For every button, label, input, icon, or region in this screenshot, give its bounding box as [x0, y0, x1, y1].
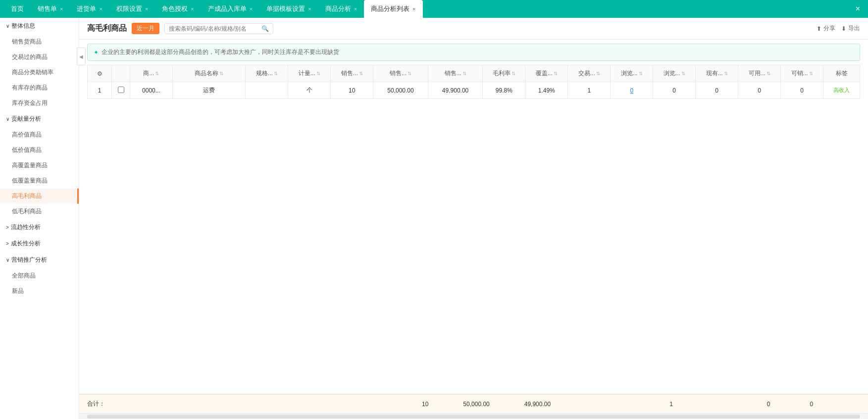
notice-text: 企业的主要的利润都是这部分商品创造的，可考虑加大推广，同时关注库存是不要出现缺货: [102, 48, 339, 56]
tab-1[interactable]: 销售单×: [31, 0, 70, 18]
tab-4[interactable]: 角色授权×: [155, 0, 201, 18]
search-box: 🔍: [164, 23, 273, 34]
sidebar-item-4-1[interactable]: 新品: [0, 283, 79, 299]
col-header-14[interactable]: 现有...⇅: [696, 65, 738, 82]
app-root: 首页销售单×进货单×权限设置×角色授权×产成品入库单×单据模板设置×商品分析×商…: [0, 0, 868, 419]
col-sort-4[interactable]: 规格...⇅: [256, 69, 278, 78]
sidebar-item-1-5[interactable]: 低毛利商品: [0, 204, 79, 219]
sidebar-item-0-4[interactable]: 库存资金占用: [0, 95, 79, 111]
tab-close-1[interactable]: ×: [60, 6, 63, 12]
group-arrow-1: ∨: [6, 116, 9, 122]
tab-close-5[interactable]: ×: [250, 6, 253, 12]
tab-6[interactable]: 单据模板设置×: [259, 0, 318, 18]
col-sort-9[interactable]: 毛利率⇅: [493, 69, 515, 78]
sidebar-group-4[interactable]: ∨营销推广分析: [0, 252, 79, 268]
tab-close-2[interactable]: ×: [99, 6, 102, 12]
bottom-scrollbar[interactable]: [79, 413, 868, 419]
search-input[interactable]: [169, 25, 259, 32]
sidebar-item-0-0[interactable]: 销售货商品: [0, 34, 79, 49]
data-table: ⚙商...⇅商品名称⇅规格...⇅计量...⇅销售...⇅销售...⇅销售...…: [87, 65, 860, 99]
col-header-9[interactable]: 毛利率⇅: [483, 65, 525, 82]
sidebar-item-0-2[interactable]: 商品分类助销率: [0, 65, 79, 80]
tab-close-4[interactable]: ×: [191, 6, 194, 12]
sidebar-item-1-4[interactable]: 高毛利商品: [0, 188, 79, 204]
close-all-button[interactable]: ×: [852, 4, 864, 13]
sidebar-item-1-0[interactable]: 高价值商品: [0, 127, 79, 142]
tab-7[interactable]: 商品分析×: [318, 0, 364, 18]
scroll-track[interactable]: [87, 415, 860, 419]
sort-icon-5: ⇅: [316, 71, 320, 76]
tab-0[interactable]: 首页: [4, 0, 31, 18]
sort-icon-12: ⇅: [639, 71, 643, 76]
col-sort-2[interactable]: 商...⇅: [143, 69, 159, 78]
cell-0-17: 高收入: [823, 82, 860, 99]
sidebar-item-1-2[interactable]: 高覆盖量商品: [0, 158, 79, 173]
tab-close-7[interactable]: ×: [354, 6, 357, 12]
col-sort-5[interactable]: 计量...⇅: [299, 69, 320, 78]
tab-8[interactable]: 商品分析列表×: [364, 0, 422, 18]
tab-3[interactable]: 权限设置×: [109, 0, 155, 18]
content-area: 高毛利商品 近一月 🔍 ⬆ 分享 ⬇ 导出: [79, 18, 868, 419]
sort-icon-15: ⇅: [766, 71, 770, 76]
col-sort-10[interactable]: 覆盖...⇅: [536, 69, 558, 78]
sidebar-item-1-3[interactable]: 低覆盖量商品: [0, 173, 79, 188]
col-sort-11[interactable]: 交易...⇅: [578, 69, 600, 78]
col-header-13[interactable]: 浏览...⇅: [653, 65, 696, 82]
tab-2[interactable]: 进货单×: [70, 0, 109, 18]
sidebar-group-3[interactable]: >成长性分析: [0, 235, 79, 252]
browse-rate-link[interactable]: 0: [630, 87, 633, 94]
col-header-2[interactable]: 商...⇅: [130, 65, 172, 82]
share-button[interactable]: ⬆ 分享: [817, 24, 835, 33]
top-nav: 首页销售单×进货单×权限设置×角色授权×产成品入库单×单据模板设置×商品分析×商…: [0, 0, 868, 18]
col-header-15[interactable]: 可用...⇅: [738, 65, 781, 82]
group-arrow-4: ∨: [6, 257, 9, 263]
row-checkbox[interactable]: [118, 87, 124, 93]
cell-0-15: 0: [738, 82, 781, 99]
col-sort-13[interactable]: 浏览...⇅: [664, 69, 685, 78]
col-sort-15[interactable]: 可用...⇅: [749, 69, 770, 78]
col-header-16[interactable]: 可销...⇅: [781, 65, 823, 82]
col-header-12[interactable]: 浏览...⇅: [611, 65, 653, 82]
col-sort-3[interactable]: 商品名称⇅: [195, 69, 223, 78]
col-header-3[interactable]: 商品名称⇅: [172, 65, 245, 82]
cell-0-1[interactable]: [112, 82, 130, 99]
col-header-4[interactable]: 规格...⇅: [246, 65, 288, 82]
cell-0-9: 99.8%: [483, 82, 525, 99]
col-sort-7[interactable]: 销售...⇅: [390, 69, 411, 78]
sidebar-item-0-1[interactable]: 交易过的商品: [0, 49, 79, 65]
tab-close-3[interactable]: ×: [145, 6, 148, 12]
export-button[interactable]: ⬇ 导出: [841, 24, 860, 33]
col-header-8[interactable]: 销售...⇅: [428, 65, 483, 82]
cell-0-6: 10: [331, 82, 373, 99]
cell-0-7: 50,000.00: [373, 82, 428, 99]
tab-5[interactable]: 产成品入库单×: [201, 0, 259, 18]
sidebar-group-2[interactable]: >流趋性分析: [0, 219, 79, 235]
col-header-10[interactable]: 覆盖...⇅: [525, 65, 568, 82]
col-header-5[interactable]: 计量...⇅: [288, 65, 331, 82]
group-label-4: 营销推广分析: [11, 256, 47, 264]
col-header-7[interactable]: 销售...⇅: [373, 65, 428, 82]
cell-0-4: [246, 82, 288, 99]
sidebar: ∨整体信息销售货商品交易过的商品商品分类助销率有库存的商品库存资金占用∨贡献量分…: [0, 18, 79, 419]
tab-close-8[interactable]: ×: [412, 6, 415, 12]
sidebar-group-1[interactable]: ∨贡献量分析: [0, 111, 79, 127]
sort-icon-8: ⇅: [462, 71, 466, 76]
col-sort-14[interactable]: 现有...⇅: [706, 69, 728, 78]
col-sort-8[interactable]: 销售...⇅: [445, 69, 466, 78]
footer-label: 合计：: [87, 400, 105, 408]
tab-close-6[interactable]: ×: [308, 6, 311, 12]
search-icon[interactable]: 🔍: [261, 25, 269, 32]
col-header-6[interactable]: 销售...⇅: [331, 65, 373, 82]
col-sort-6[interactable]: 销售...⇅: [341, 69, 363, 78]
period-button[interactable]: 近一月: [132, 23, 159, 34]
col-sort-16[interactable]: 可销...⇅: [791, 69, 813, 78]
cell-0-10: 1.49%: [525, 82, 568, 99]
sidebar-item-1-1[interactable]: 低价值商品: [0, 142, 79, 158]
sidebar-item-4-0[interactable]: 全部商品: [0, 268, 79, 283]
header-actions: ⬆ 分享 ⬇ 导出: [817, 24, 860, 33]
sidebar-item-0-3[interactable]: 有库存的商品: [0, 80, 79, 95]
col-sort-12[interactable]: 浏览...⇅: [621, 69, 643, 78]
sidebar-group-0[interactable]: ∨整体信息: [0, 18, 79, 34]
col-header-11[interactable]: 交易...⇅: [568, 65, 611, 82]
sidebar-collapse-button[interactable]: ◀: [77, 47, 86, 65]
